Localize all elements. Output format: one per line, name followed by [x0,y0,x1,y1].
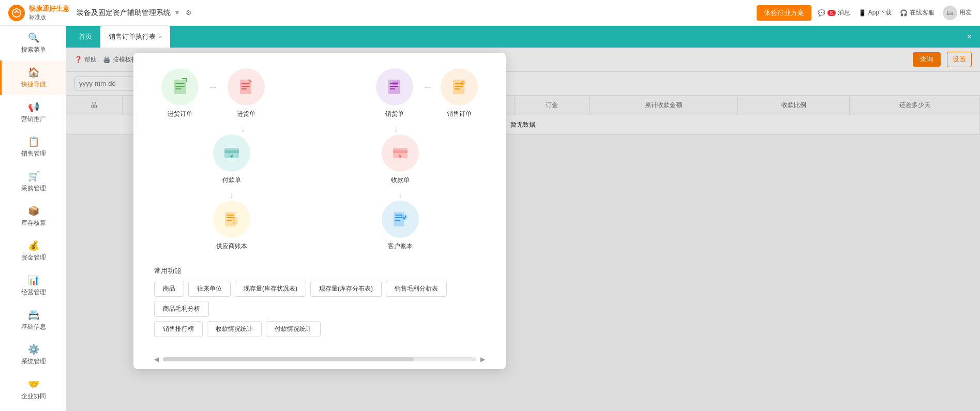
marketing-icon: 📢 [28,101,39,113]
v2-spacer-mid [258,190,374,201]
purchase-icon: 🛒 [28,171,39,182]
sidebar-item-sales[interactable]: 📋 销售管理 [0,130,66,164]
sidebar-item-beginner[interactable]: 📖 新手引导 [0,407,66,411]
finance-icon: 💰 [28,240,39,251]
svg-text:¥: ¥ [398,154,402,159]
sidebar-item-marketing[interactable]: 📢 营销推广 [0,95,66,130]
svg-rect-11 [393,150,408,153]
sales-icon: 📋 [28,136,39,147]
payment-circle[interactable]: ¥ [213,134,250,172]
sales-receipt-circle[interactable] [376,68,413,105]
svg-point-0 [12,9,21,17]
online-service-label: 在线客服 [910,8,934,17]
flow-node-receipt[interactable]: ¥ 收款单 [374,134,426,185]
vertical-arrows-row: ↓ ↓ [154,124,485,134]
v-spacer-right [424,124,431,134]
user-action[interactable]: Ea 用友 [943,6,972,20]
flow-row-1: 进货订单 → [154,68,485,118]
system-name: 装备及固定资产辅助管理系统 [77,8,171,18]
tab-sales-order[interactable]: 销售订单执行表 × [100,26,170,48]
flow-row-3: 供应商账本 [154,201,485,251]
svg-rect-8 [224,150,239,153]
btn-sales-ranking[interactable]: 销售排行榜 [154,321,203,337]
purchase-receipt-circle[interactable] [228,68,265,105]
v2-spacer-left [154,190,206,201]
home-icon: 🏠 [28,67,39,78]
btn-stock-dist[interactable]: 现存量(库存分布表) [310,281,382,297]
sidebar-item-quick-nav[interactable]: 🏠 快捷导航 [0,60,66,95]
settings-icon[interactable]: ⚙ [184,7,194,19]
sidebar-label-marketing: 营销推广 [21,115,46,124]
sidebar-item-inventory[interactable]: 📦 库存核算 [0,199,66,234]
flow-node-purchase-receipt[interactable]: 进货单 [220,68,272,118]
v2-arrow-customer: ↓ [374,190,426,201]
sidebar-item-basic-info[interactable]: 📇 基础信息 [0,303,66,338]
sidebar-item-finance[interactable]: 💰 资金管理 [0,234,66,268]
flow-node-supplier[interactable]: 供应商账本 [206,201,258,251]
sidebar-item-purchase[interactable]: 🛒 采购管理 [0,164,66,199]
scroll-bar-area: ◀ ▶ [133,352,506,369]
online-service-action[interactable]: 🎧 在线客服 [900,8,934,17]
tab-close-icon[interactable]: × [159,34,162,40]
right-panel: 首页 销售订单执行表 × × ❓ 帮助 🖨️ 按模板打印 [66,26,980,411]
sidebar-item-search[interactable]: 🔍 搜索菜单 [0,26,66,60]
logo-icon [8,5,25,21]
tab-close-right-icon[interactable]: × [963,30,976,43]
flow-node-purchase-order[interactable]: 进货订单 [154,68,206,118]
sidebar-label-search: 搜索菜单 [21,45,46,54]
btn-product-margin[interactable]: 商品毛利分析 [154,301,209,317]
btn-partner[interactable]: 往来单位 [188,281,231,297]
v-arrow-payment: ↓ [217,124,269,134]
sidebar-label-inventory: 库存核算 [21,219,46,227]
flow-node-sales-receipt[interactable]: 销货单 [369,68,420,118]
sidebar: 🔍 搜索菜单 🏠 快捷导航 📢 营销推广 📋 销售管理 🛒 采购管理 📦 [0,26,66,411]
sidebar-item-system[interactable]: ⚙️ 系统管理 [0,338,66,372]
trial-button[interactable]: 体验行业方案 [757,5,811,21]
v-spacer-far [433,124,485,134]
tab-home[interactable]: 首页 [70,26,100,48]
scroll-right-arrow[interactable]: ▶ [480,356,485,363]
flow-node-payment[interactable]: ¥ 付款单 [206,134,258,185]
customer-circle[interactable] [382,201,419,238]
svg-rect-14 [233,217,238,224]
purchase-order-circle[interactable] [161,68,199,105]
flow-row-2: ¥ 付款单 [154,134,485,185]
sidebar-label-enterprise: 企业协同 [21,392,46,401]
tab-bar: 首页 销售订单执行表 × × [66,26,980,48]
logo-text: 畅康通好生意 标准版 [29,5,69,21]
btn-product[interactable]: 商品 [154,281,184,297]
message-action[interactable]: 💬 6 消息 [818,8,850,17]
svg-point-6 [461,81,465,85]
scroll-left-arrow[interactable]: ◀ [154,356,159,363]
common-buttons-row1: 商品 往来单位 现存量(库存状况表) 现存量(库存分布表) 销售毛利分析表 商品… [154,281,485,317]
message-badge: 6 [827,10,836,16]
btn-receipt-stats[interactable]: 收款情况统计 [207,321,262,337]
modal-box: 进货订单 → [133,53,506,369]
arrow-right-1: → [208,81,218,105]
system-dropdown-icon[interactable]: ▼ [174,9,180,17]
scroll-thumb [163,357,414,361]
flow-node-sales-order[interactable]: 销售订单 [433,68,485,118]
avatar: Ea [943,6,957,20]
app-download-action[interactable]: 📱 App下载 [858,8,892,17]
btn-stock-status[interactable]: 现存量(库存状况表) [235,281,306,297]
btn-payment-stats[interactable]: 付款情况统计 [266,321,321,337]
sidebar-item-operations[interactable]: 📊 经营管理 [0,268,66,303]
v2-spacer-far [433,190,485,201]
tab-label: 销售订单执行表 [109,32,156,41]
purchase-receipt-label: 进货单 [237,110,255,118]
arrow-dashed-left: ← [423,81,431,105]
receipt-circle[interactable]: ¥ [382,134,419,172]
sales-order-circle[interactable] [441,68,478,105]
logo-area: 畅康通好生意 标准版 [8,5,70,21]
sidebar-item-enterprise[interactable]: 🤝 企业协同 [0,372,66,407]
supplier-circle[interactable] [213,201,250,238]
scroll-track[interactable] [163,357,476,361]
btn-sales-margin[interactable]: 销售毛利分析表 [386,281,447,297]
modal-overlay[interactable]: 进货订单 → [66,48,980,411]
flow-node-customer[interactable]: 客户账本 [374,201,426,251]
sidebar-label-purchase: 采购管理 [21,184,46,193]
sidebar-label-operations: 经营管理 [21,288,46,297]
v2-arrow-supplier: ↓ [206,190,258,201]
payment-label: 付款单 [222,176,241,185]
